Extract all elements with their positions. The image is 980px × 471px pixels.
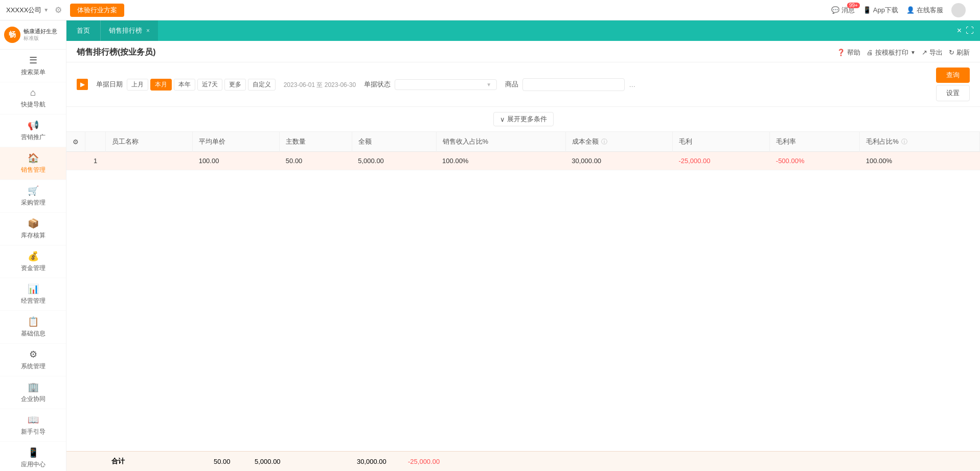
app-download-btn[interactable]: 📱 App下载 [863, 6, 898, 15]
sidebar-item-enterprise[interactable]: 🏢 企业协同 [0, 376, 66, 409]
tab-sales-ranking[interactable]: 销售排行榜 × [100, 20, 158, 41]
goods-input[interactable] [522, 78, 625, 91]
sidebar-item-finance[interactable]: 💰 资金管理 [0, 245, 66, 278]
sidebar-item-system[interactable]: ⚙ 系统管理 [0, 344, 66, 376]
sidebar-item-apps[interactable]: 📱 应用中心 [0, 442, 66, 471]
help-btn[interactable]: ❓ 帮助 [837, 48, 860, 57]
sidebar-item-guide[interactable]: 📖 新手引导 [0, 409, 66, 442]
company-name: XXXXX公司 [6, 6, 41, 15]
settings-col-icon[interactable]: ⚙ [73, 138, 79, 146]
date-btn-last-month[interactable]: 上月 [127, 79, 148, 91]
logo-text-block: 畅康通好生意 标准版 [24, 28, 57, 42]
table-container: ⚙ 员工名称 平均单价 主数量 全额 销售收入占比% 成本全额 ⓘ [66, 132, 980, 451]
export-btn[interactable]: ↗ 导出 [922, 48, 943, 57]
sidebar-item-purchase[interactable]: 🛒 采购管理 [0, 180, 66, 213]
date-btn-this-month[interactable]: 本月 [150, 79, 172, 91]
online-service-btn[interactable]: 👤 在线客服 [906, 6, 943, 15]
message-btn[interactable]: 💬 消息 99+ [831, 6, 855, 15]
cell-sales-pct: 100.00% [436, 152, 565, 170]
sidebar-item-inventory[interactable]: 📦 库存核算 [0, 213, 66, 245]
goods-more-icon[interactable]: … [629, 81, 635, 88]
app-label: App下载 [873, 6, 898, 15]
date-range-text: 2023-06-01 至 2023-06-30 [284, 81, 356, 89]
logo-icon: 畅 [4, 27, 20, 43]
date-btn-last7[interactable]: 近7天 [197, 79, 222, 91]
guide-icon: 📖 [28, 414, 39, 425]
sidebar-item-search[interactable]: ☰ 搜索菜单 [0, 50, 66, 82]
app-icon: 📱 [863, 6, 871, 14]
page-header: 销售排行榜(按业务员) ❓ 帮助 🖨 按模板打印 ▼ ↗ 导出 [66, 41, 980, 62]
tab-bar: 首页 销售排行榜 × × ⛶ [66, 20, 980, 41]
trial-button[interactable]: 体验行业方案 [70, 4, 124, 17]
col-amount: 全额 [352, 132, 436, 152]
col-quantity: 主数量 [280, 132, 352, 152]
date-btn-more[interactable]: 更多 [224, 79, 246, 91]
logo-text: 畅康通好生意 [24, 28, 57, 35]
filter-toggle-btn[interactable]: ▶ [77, 79, 88, 90]
tab-home-label: 首页 [77, 26, 90, 35]
expand-label: 展开更多条件 [507, 115, 547, 124]
print-icon: 🖨 [867, 49, 873, 56]
help-icon: ❓ [837, 49, 845, 56]
cell-avg-price: 100.00 [193, 152, 280, 170]
message-badge: 99+ [847, 3, 860, 8]
col-settings: ⚙ [66, 132, 85, 152]
expand-more-btn[interactable]: ∨ 展开更多条件 [493, 112, 554, 126]
sidebar-label-sales: 销售管理 [21, 166, 45, 174]
sidebar-item-operation[interactable]: 📊 经营管理 [0, 278, 66, 311]
sidebar-label-enterprise: 企业协同 [21, 395, 45, 403]
col-rank [85, 132, 106, 152]
refresh-icon: ↻ [949, 49, 954, 56]
table-header-row: ⚙ 员工名称 平均单价 主数量 全额 销售收入占比% 成本全额 ⓘ [66, 132, 980, 152]
company-selector[interactable]: XXXXX公司 ▼ [6, 6, 49, 15]
content-area: 首页 销售排行榜 × × ⛶ 销售排行榜(按业务员) ❓ 帮助 [66, 20, 980, 471]
enterprise-icon: 🏢 [28, 382, 39, 393]
refresh-btn[interactable]: ↻ 刷新 [949, 48, 970, 57]
sidebar-item-sales[interactable]: 🏠 销售管理 [0, 147, 66, 180]
table-footer: 合计 50.00 5,000.00 30,000.00 -25,000.00 [66, 451, 980, 471]
settings-button[interactable]: 设置 [936, 85, 970, 101]
main-layout: 畅 畅康通好生意 标准版 ☰ 搜索菜单 ⌂ 快捷导航 📢 营销推广 🏠 销售管理… [0, 20, 980, 471]
status-select[interactable]: ▼ [395, 79, 497, 90]
sidebar-label-inventory: 库存核算 [21, 231, 45, 240]
footer-cost: 30,000.00 [357, 458, 408, 465]
sidebar-item-shortcut[interactable]: ⌂ 快捷导航 [0, 82, 66, 115]
tab-home[interactable]: 首页 [66, 20, 100, 41]
finance-icon: 💰 [28, 251, 39, 262]
cell-profit-pct: 100.00% [860, 152, 980, 170]
sidebar-label-marketing: 营销推广 [21, 133, 45, 142]
footer-amount: 5,000.00 [255, 458, 306, 465]
footer-label: 合计 [111, 457, 173, 466]
tab-close-icon[interactable]: × [146, 27, 150, 34]
sidebar-label-basic: 基础信息 [21, 329, 45, 338]
sidebar-label-shortcut: 快捷导航 [21, 100, 45, 109]
filter-action-buttons: 查询 设置 [936, 68, 970, 101]
service-icon: 👤 [906, 6, 915, 14]
message-icon: 💬 [831, 6, 839, 14]
tab-bar-right: × ⛶ [951, 20, 980, 41]
sidebar: 畅 畅康通好生意 标准版 ☰ 搜索菜单 ⌂ 快捷导航 📢 营销推广 🏠 销售管理… [0, 20, 66, 471]
topbar-right: 💬 消息 99+ 📱 App下载 👤 在线客服 [831, 3, 974, 17]
sidebar-item-basic[interactable]: 📋 基础信息 [0, 311, 66, 344]
date-btn-this-year[interactable]: 本年 [174, 79, 195, 91]
avatar[interactable] [951, 3, 966, 17]
page-title: 销售排行榜(按业务员) [77, 47, 156, 58]
date-filter-group: 单据日期 上月 本月 本年 近7天 更多 自定义 [96, 79, 276, 91]
expand-chevron-icon: ∨ [500, 116, 505, 123]
footer-quantity: 50.00 [214, 458, 255, 465]
print-btn[interactable]: 🖨 按模板打印 ▼ [867, 48, 916, 57]
sidebar-label-operation: 经营管理 [21, 297, 45, 305]
company-chevron-icon: ▼ [43, 7, 49, 13]
topbar-settings-icon[interactable]: ⚙ [55, 5, 62, 15]
sidebar-item-marketing[interactable]: 📢 营销推广 [0, 115, 66, 147]
cell-name [106, 152, 193, 170]
tab-max-btn[interactable]: ⛶ [966, 26, 974, 35]
shortcut-icon: ⌂ [30, 87, 36, 98]
topbar: XXXXX公司 ▼ ⚙ 体验行业方案 💬 消息 99+ 📱 App下载 👤 在线… [0, 0, 980, 20]
cell-amount: 5,000.00 [352, 152, 436, 170]
query-button[interactable]: 查询 [936, 68, 970, 83]
sidebar-label-finance: 资金管理 [21, 264, 45, 273]
print-chevron-icon: ▼ [910, 50, 916, 55]
tab-close-btn[interactable]: × [957, 26, 962, 35]
date-btn-custom[interactable]: 自定义 [248, 79, 276, 91]
